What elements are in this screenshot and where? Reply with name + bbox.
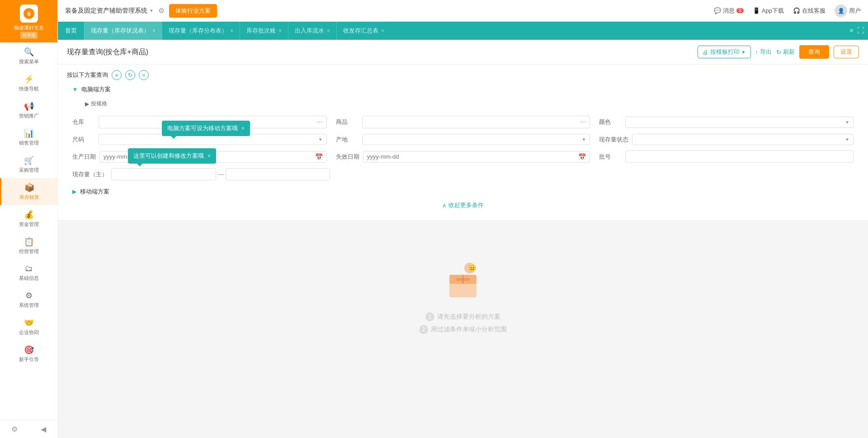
sidebar-item-enterprise[interactable]: 🤝 企业协同 (0, 313, 57, 340)
set-button[interactable]: 设置 (834, 46, 859, 58)
stock-status-input[interactable] (636, 136, 845, 143)
stock-main-to-input[interactable] (226, 168, 330, 180)
tab-close-all-icon[interactable]: × (849, 27, 854, 35)
warehouse-dots-icon[interactable]: ··· (316, 118, 322, 126)
sidebar-item-quick[interactable]: ⚡ 快捷导航 (0, 70, 57, 97)
mobile-scheme-section: ▶ 移动端方案 (67, 188, 859, 196)
message-action[interactable]: 💬 消息 9 (714, 7, 744, 15)
origin-chevron-icon: ▼ (581, 137, 586, 142)
goods-input[interactable] (366, 119, 578, 126)
export-icon: ↑ (755, 49, 759, 56)
color-input[interactable] (629, 119, 845, 126)
sidebar-item-basic[interactable]: 🗂 基础信息 (0, 259, 57, 286)
header-settings-icon[interactable]: ⚙ (158, 6, 165, 15)
export-button[interactable]: ↑ 导出 (755, 48, 772, 56)
sidebar-item-marketing[interactable]: 📢 营销推广 (0, 97, 57, 124)
sidebar-item-inventory[interactable]: 📦 库存核算 (0, 178, 57, 205)
guide-icon: 🎯 (24, 345, 34, 355)
color-chevron-icon: ▼ (845, 120, 849, 125)
tab-collect-summary[interactable]: 收发存汇总表 × (336, 22, 391, 40)
desktop-scheme-toggle[interactable]: ▼ (72, 86, 78, 93)
search-main-button[interactable]: 查询 (799, 45, 829, 59)
tab-label: 现存量（库存分布表） (169, 27, 227, 35)
sidebar-item-system[interactable]: ⚙ 系统管理 (0, 286, 57, 313)
header-left: 装备及固定资产辅助管理系统 ▼ ⚙ 体验行业方案 (65, 4, 217, 18)
user-action[interactable]: 👤 用户 (835, 5, 861, 17)
tooltip1-text: 电脑方案可设为移动方案哦 (167, 124, 238, 132)
filter-back-button[interactable]: « (139, 70, 149, 80)
stock-status-field: 现存量状态 ▼ (599, 134, 854, 145)
hint-number-2: 2 (419, 325, 428, 334)
desktop-scheme-row: ▼ 电脑端方案 (72, 85, 859, 94)
template-print-label: 按模板打印 (710, 48, 740, 56)
trial-button[interactable]: 体验行业方案 (169, 4, 217, 18)
marketing-icon: 📢 (24, 101, 34, 111)
sidebar-item-operation[interactable]: 📋 经营管理 (0, 232, 57, 259)
sidebar-item-sales[interactable]: 📊 销售管理 (0, 124, 57, 151)
stock-main-from-input[interactable] (111, 168, 216, 180)
produce-date-label: 生产日期 (72, 153, 96, 161)
tab-inout-flow[interactable]: 出入库流水 × (288, 22, 336, 40)
calendar2-icon[interactable]: 📅 (578, 153, 586, 160)
sidebar-item-label: 销售管理 (19, 140, 39, 146)
tab-close-icon[interactable]: × (152, 28, 156, 34)
collapse-footer-btn[interactable]: ◀ (41, 425, 46, 433)
tab-close-icon[interactable]: × (278, 28, 282, 34)
size-input[interactable] (103, 136, 318, 143)
refresh-label: 刷新 (783, 48, 795, 56)
tooltip-create-scheme: 这里可以创建和修改方案哦 × (128, 148, 216, 164)
tooltip1-close[interactable]: × (241, 125, 245, 132)
goods-dots-icon[interactable]: ··· (580, 118, 586, 126)
stock-main-range: — (111, 168, 330, 180)
tooltip2-text: 这里可以创建和修改方案哦 (133, 152, 204, 160)
range-separator: — (218, 171, 224, 178)
inventory-icon: 📦 (24, 183, 34, 193)
page-header: 现存量查询(按仓库+商品) 🖨 按模板打印 ▼ ↑ 导出 ↻ 刷新 查询 设置 (58, 40, 868, 65)
online-service-action[interactable]: 🎧 在线客服 (793, 7, 826, 15)
tab-bar-actions: × ⛶ (849, 27, 868, 35)
settings-footer-btn[interactable]: ⚙ (11, 425, 18, 433)
mobile-scheme-row: ▶ 移动端方案 (72, 188, 859, 196)
sidebar-item-guide[interactable]: 🎯 新手引导 (0, 340, 57, 367)
desktop-scheme-sub[interactable]: ▶ 按规格 (72, 100, 859, 108)
quick-icon: ⚡ (24, 74, 34, 84)
color-field: 颜色 ▼ (599, 116, 854, 128)
online-service-label: 在线客服 (802, 7, 826, 15)
sales-icon: 📊 (24, 128, 34, 138)
sub-bullet: ▶ (85, 101, 89, 107)
calendar-icon[interactable]: 📅 (315, 153, 323, 160)
tab-fullscreen-icon[interactable]: ⛶ (857, 27, 864, 35)
tab-close-icon[interactable]: × (230, 28, 233, 34)
origin-input[interactable] (366, 136, 582, 143)
template-print-button[interactable]: 🖨 按模板打印 ▼ (698, 46, 751, 58)
tab-batch-account[interactable]: 库存批次账 × (240, 22, 288, 40)
expire-date-input[interactable] (367, 153, 577, 160)
sidebar-item-label: 营销推广 (19, 113, 39, 119)
sidebar-item-finance[interactable]: 💰 资金管理 (0, 205, 57, 232)
sidebar-item-label: 系统管理 (19, 302, 39, 309)
sidebar-item-search[interactable]: 🔍 搜索菜单 (0, 42, 57, 70)
svg-rect-5 (456, 278, 470, 281)
filter-refresh-button[interactable]: ↻ (125, 70, 135, 80)
export-label: 导出 (760, 48, 772, 56)
filter-add-button[interactable]: + (112, 70, 122, 80)
sidebar-logo: 6 畅捷通好生意 标准版 (0, 0, 57, 42)
tab-inventory-dist[interactable]: 现存量（库存分布表） × (162, 22, 240, 40)
mobile-scheme-toggle[interactable]: ▶ (72, 188, 76, 195)
app-download-action[interactable]: 📱 App下载 (753, 7, 784, 15)
sidebar-item-purchase[interactable]: 🛒 采购管理 (0, 151, 57, 178)
refresh-button[interactable]: ↻ 刷新 (776, 48, 795, 56)
avatar: 👤 (835, 5, 847, 17)
collapse-conditions-button[interactable]: ∧ 收起更多条件 (442, 201, 484, 209)
batch-input[interactable] (625, 151, 854, 163)
tab-close-icon[interactable]: × (381, 28, 384, 34)
tab-close-icon[interactable]: × (327, 28, 330, 34)
system-selector[interactable]: 装备及固定资产辅助管理系统 ▼ (65, 7, 154, 15)
tab-home[interactable]: 首页 (58, 22, 84, 40)
sidebar-item-label: 资金管理 (19, 221, 39, 228)
app-download-label: App下载 (762, 7, 784, 15)
batch-label: 批号 (599, 153, 622, 161)
tab-inventory-status[interactable]: 现存量（库存状况表） × (84, 22, 162, 40)
tooltip2-close[interactable]: × (208, 153, 211, 159)
expire-date-wrapper: 📅 (363, 151, 590, 163)
